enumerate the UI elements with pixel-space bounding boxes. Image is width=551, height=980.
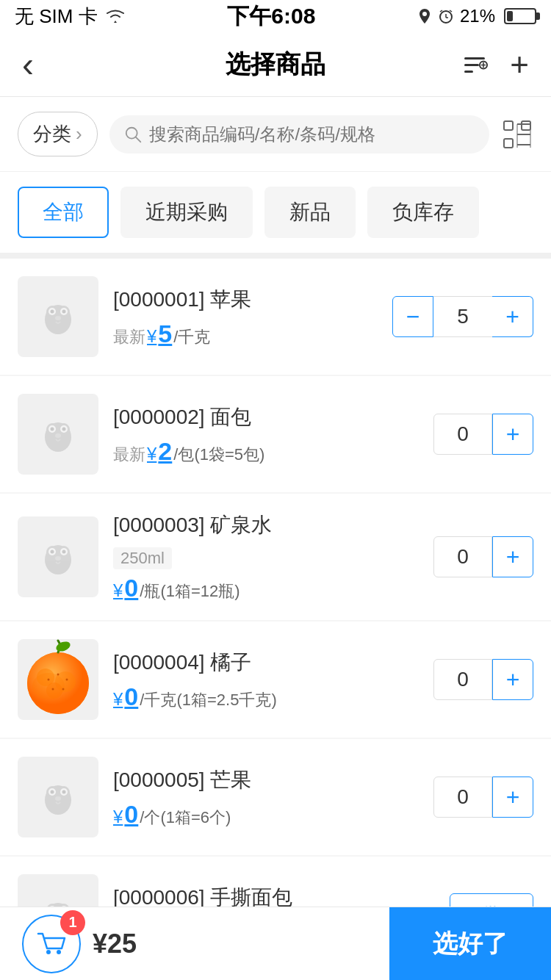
product-image [18,639,98,720]
product-price: ¥ 0 /瓶(1箱=12瓶) [113,574,419,602]
cart-total: ¥25 [93,929,137,959]
svg-point-45 [55,556,61,561]
svg-point-49 [55,640,72,653]
product-price: ¥ 0 /个(1箱=6个) [113,800,419,829]
search-box[interactable] [109,115,489,154]
status-bar: 无 SIM 卡 下午6:08 21% [0,0,551,32]
back-button[interactable]: ‹ [22,44,34,84]
tab-new[interactable]: 新品 [264,187,356,238]
scan-icon[interactable] [501,118,533,151]
svg-point-54 [57,674,60,676]
battery-percent: 21% [460,6,495,26]
qty-minus-button[interactable]: − [392,296,433,337]
nav-actions: + [461,46,529,83]
search-input[interactable] [149,124,475,145]
price-value: 5 [158,320,172,348]
svg-point-53 [48,679,50,681]
qty-input[interactable] [433,777,492,818]
svg-point-57 [52,688,54,691]
product-item: [0000003] 矿泉水 250ml ¥ 0 /瓶(1箱=12瓶) + [0,494,551,620]
add-button[interactable]: + [510,46,529,83]
price-unit: /千克 [173,326,210,348]
svg-line-4 [440,10,442,12]
filter-bar: 分类 › [0,97,551,172]
price-yuan: ¥ [147,326,156,347]
status-left: 无 SIM 卡 [15,4,126,29]
product-item: [0000005] 芒果 ¥ 0 /个(1箱=6个) + [0,739,551,855]
svg-point-37 [55,433,61,438]
price-value: 0 [124,574,138,602]
product-info: [0000004] 橘子 ¥ 0 /千克(1箱=2.5千克) [113,649,419,711]
tab-negative[interactable]: 负库存 [367,187,479,238]
qty-plus-button[interactable]: + [492,536,533,577]
battery-icon [504,8,536,24]
svg-rect-16 [522,121,530,130]
confirm-button[interactable]: 选好了 [389,907,551,981]
price-unit: /千克(1箱=2.5千克) [140,689,276,711]
qty-plus-button[interactable]: + [492,777,533,818]
product-name: [0000002] 面包 [113,403,419,431]
product-thumb [18,757,98,837]
price-value: 2 [158,437,172,466]
svg-point-27 [51,310,54,314]
product-info: [0000002] 面包 最新 ¥ 2 /包(1袋=5包) [113,403,419,466]
location-icon [417,7,432,25]
product-item: [0000002] 面包 最新 ¥ 2 /包(1袋=5包) + [0,376,551,492]
tab-all[interactable]: 全部 [18,187,109,238]
qty-control: + [433,659,533,700]
cart-icon [37,931,66,957]
tabs-bar: 全部近期采购新品负库存 [0,172,551,259]
status-right: 21% [417,6,536,26]
product-name: [0000005] 芒果 [113,766,419,794]
svg-point-35 [51,428,54,431]
svg-point-0 [422,12,427,16]
qty-plus-button[interactable]: + [492,296,533,337]
filter-icon[interactable] [461,51,488,78]
svg-point-63 [51,790,54,794]
wifi-icon [105,9,126,24]
product-info: [0000003] 矿泉水 250ml ¥ 0 /瓶(1箱=12瓶) [113,511,419,602]
qty-plus-button[interactable]: + [492,659,533,700]
product-info: [0000005] 芒果 ¥ 0 /个(1箱=6个) [113,766,419,829]
cart-area: 1 ¥25 [0,915,389,973]
page-title: 选择商品 [226,48,325,82]
status-time: 下午6:08 [227,1,315,32]
svg-rect-14 [504,121,513,130]
svg-point-55 [66,679,68,681]
category-button[interactable]: 分类 › [18,112,98,156]
qty-control: + [433,414,533,455]
product-price: ¥ 0 /千克(1箱=2.5千克) [113,682,419,711]
svg-point-28 [62,310,66,314]
product-item: [0000001] 苹果 最新 ¥ 5 /千克 − + [0,259,551,375]
svg-point-64 [62,790,66,794]
product-thumb [18,516,98,597]
carrier-label: 无 SIM 卡 [15,4,98,29]
qty-input[interactable] [433,296,492,337]
price-yuan: ¥ [113,580,123,601]
svg-line-5 [450,10,452,12]
qty-input[interactable] [433,536,492,577]
category-label: 分类 [33,121,71,147]
svg-rect-8 [464,71,473,73]
price-yuan: ¥ [113,689,123,710]
qty-plus-button[interactable]: + [492,414,533,455]
price-unit: /个(1箱=6个) [140,807,231,829]
product-name: [0000001] 苹果 [113,286,378,314]
product-info: [0000001] 苹果 最新 ¥ 5 /千克 [113,286,378,348]
cart-button[interactable]: 1 [22,915,81,973]
product-list: [0000001] 苹果 最新 ¥ 5 /千克 − + [0000002] 面包 [0,259,551,980]
nav-bar: ‹ 选择商品 + [0,32,551,97]
product-name: [0000004] 橘子 [113,649,419,677]
price-unit: /包(1袋=5包) [173,444,264,466]
svg-point-82 [46,950,51,954]
price-label: 最新 [113,326,145,348]
qty-input[interactable] [433,659,492,700]
product-price: 最新 ¥ 5 /千克 [113,320,378,348]
product-item: [0000004] 橘子 ¥ 0 /千克(1箱=2.5千克) + [0,621,551,738]
svg-rect-6 [464,57,485,60]
product-thumb [18,276,98,357]
svg-point-56 [62,688,65,691]
svg-point-52 [46,682,62,699]
qty-input[interactable] [433,414,492,455]
tab-recent[interactable]: 近期采购 [120,187,253,238]
